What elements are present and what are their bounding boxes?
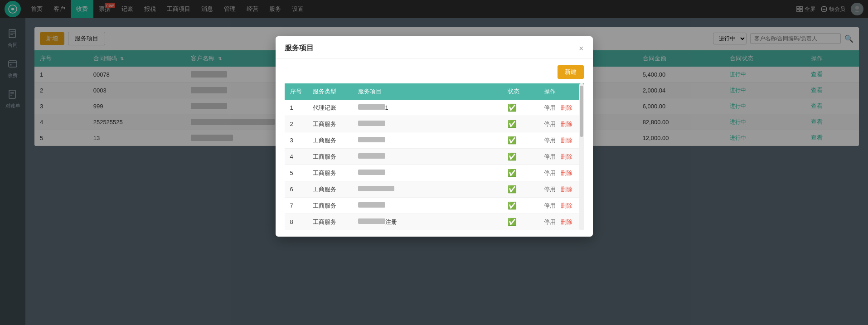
- modal-col-action: 操作: [538, 83, 584, 100]
- delete-button[interactable]: 删除: [561, 121, 572, 127]
- modal-title: 服务项目: [285, 44, 314, 53]
- modal-cell-status: ✅: [502, 100, 538, 116]
- modal-table-wrap[interactable]: 序号 服务类型 服务项目 状态 操作 1 代理记账 ████1 ✅: [285, 83, 584, 230]
- modal-close-button[interactable]: ×: [579, 44, 584, 53]
- modal-new-button[interactable]: 新建: [558, 65, 584, 79]
- modal-table-row: 5 工商服务 ████ ✅ 停用 删除: [285, 165, 584, 181]
- modal-cell-type: 代理记账: [307, 100, 353, 116]
- modal-cell-seq: 1: [285, 100, 307, 116]
- modal-col-type: 服务类型: [307, 83, 353, 100]
- modal-table-row: 1 代理记账 ████1 ✅ 停用 删除: [285, 100, 584, 116]
- modal-col-item: 服务项目: [353, 83, 502, 100]
- scrollbar-track[interactable]: [579, 83, 584, 230]
- stop-button[interactable]: 停用: [544, 121, 556, 127]
- modal-cell-item: ████1: [353, 100, 502, 116]
- delete-button[interactable]: 删除: [561, 186, 572, 193]
- stop-button[interactable]: 停用: [544, 170, 556, 176]
- modal-body: 新建 序号 服务类型 服务项目 状态 操作: [276, 59, 593, 237]
- modal-col-status: 状态: [502, 83, 538, 100]
- modal-overlay: 服务项目 × 新建 序号 服务类型 服务项目 状态 操作: [0, 0, 868, 325]
- stop-button[interactable]: 停用: [544, 186, 556, 193]
- modal-table-row: 3 工商服务 ████ ✅ 停用 删除: [285, 132, 584, 149]
- stop-button[interactable]: 停用: [544, 153, 556, 160]
- modal-col-seq: 序号: [285, 83, 307, 100]
- stop-button[interactable]: 停用: [544, 137, 556, 144]
- scrollbar-thumb: [580, 86, 583, 137]
- modal-cell-action[interactable]: 停用 删除: [538, 100, 584, 116]
- modal-table-row: 2 工商服务 ████ ✅ 停用 删除: [285, 116, 584, 132]
- modal-table-row: 7 工商服务 ████ ✅ 停用 删除: [285, 198, 584, 214]
- service-items-modal: 服务项目 × 新建 序号 服务类型 服务项目 状态 操作: [276, 36, 593, 237]
- stop-button[interactable]: 停用: [544, 104, 556, 111]
- modal-table-row: 4 工商服务 ████ ✅ 停用 删除: [285, 149, 584, 165]
- stop-button[interactable]: 停用: [544, 202, 556, 209]
- delete-button[interactable]: 删除: [561, 104, 572, 111]
- stop-button[interactable]: 停用: [544, 218, 556, 225]
- delete-button[interactable]: 删除: [561, 153, 572, 160]
- service-items-table: 序号 服务类型 服务项目 状态 操作 1 代理记账 ████1 ✅: [285, 83, 584, 230]
- modal-header: 服务项目 ×: [276, 36, 593, 59]
- delete-button[interactable]: 删除: [561, 202, 572, 209]
- modal-table-row: 8 工商服务 ████注册 ✅ 停用 删除: [285, 214, 584, 230]
- delete-button[interactable]: 删除: [561, 218, 572, 225]
- modal-table-row: 6 工商服务 ██████ ✅ 停用 删除: [285, 181, 584, 198]
- delete-button[interactable]: 删除: [561, 170, 572, 176]
- modal-toolbar: 新建: [285, 65, 584, 79]
- delete-button[interactable]: 删除: [561, 137, 572, 144]
